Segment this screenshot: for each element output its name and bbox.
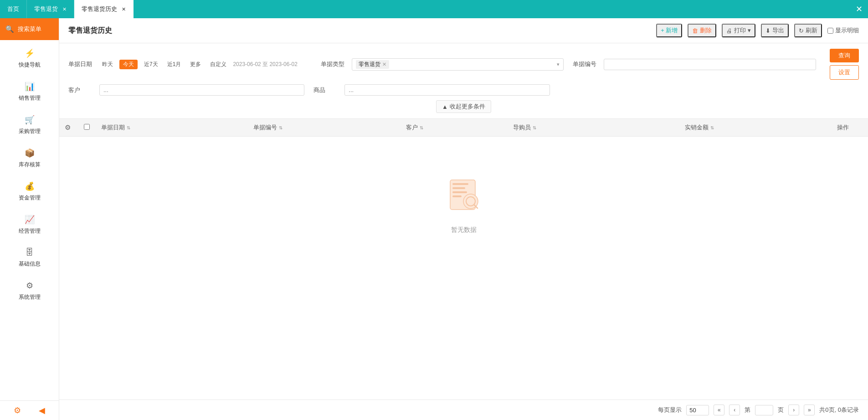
delete-button[interactable]: 🗑 删除 [688,24,716,37]
sidebar-item-quick-nav[interactable]: ⚡ 快捷导航 [0,42,59,75]
page-suffix: 页 [778,406,784,414]
show-detail-input[interactable] [827,28,833,34]
page-label: 第 [745,406,750,414]
th-checkbox [77,119,96,137]
tab-retail-return-history[interactable]: 零售退货历史 ✕ [74,0,134,18]
sidebar-item-sales-label: 销售管理 [19,94,41,102]
sidebar-item-inventory[interactable]: 📦 库存核算 [0,142,59,175]
search-icon: 🔍 [5,25,14,33]
sidebar-item-sales[interactable]: 📊 销售管理 [0,75,59,108]
page-header: 零售退货历史 + 新增 🗑 删除 🖨 打印 ▾ ⬇ 导出 ↻ 刷新 [59,18,868,43]
tab-retail-return-close[interactable]: ✕ [62,6,67,12]
print-label: 打印 ▾ [734,26,751,35]
new-button[interactable]: + 新增 [656,24,682,37]
show-detail-checkbox[interactable]: 显示明细 [827,26,859,35]
sidebar-item-operations[interactable]: 📈 经营管理 [0,208,59,241]
operations-icon: 📈 [25,215,35,225]
date-btn-custom[interactable]: 自定义 [207,60,229,69]
sidebar-item-finance[interactable]: 💰 资金管理 [0,175,59,208]
goods-filter-input[interactable] [344,84,550,96]
th-customer-sort[interactable]: 客户 ⇅ [406,123,503,132]
page-number-input[interactable]: 1 [755,405,773,415]
sidebar: 🔍 搜索菜单 ⚡ 快捷导航 📊 销售管理 🛒 采购管理 📦 库存核算 💰 [0,18,59,420]
page-actions: + 新增 🗑 删除 🖨 打印 ▾ ⬇ 导出 ↻ 刷新 [656,24,859,37]
th-amount-sort[interactable]: 实销金额 ⇅ [685,123,826,132]
page-first-button[interactable]: « [714,405,724,415]
voucher-filter-input[interactable] [604,59,816,70]
delete-label: 删除 [700,26,712,35]
per-page-select[interactable]: 10 20 50 100 [686,405,709,415]
pagination-bar: 每页显示 10 20 50 100 « ‹ 第 1 页 › » 共0页, 0条记… [59,400,868,420]
customer-filter-input[interactable] [99,84,304,96]
th-amount-sort-icon: ⇅ [710,125,714,130]
delete-icon: 🗑 [692,27,698,34]
th-customer: 客户 ⇅ [401,119,508,137]
collapse-sidebar-icon[interactable]: ◀ [39,405,45,415]
settings-bottom-icon[interactable]: ⚙ [14,405,21,415]
th-guide-label: 导购员 [513,123,531,132]
basic-info-icon: 🗄 [26,248,34,257]
refresh-button[interactable]: ↻ 刷新 [794,24,822,37]
date-btn-yesterday[interactable]: 昨天 [99,60,116,69]
sidebar-item-purchase-label: 采购管理 [19,128,41,135]
date-btn-today[interactable]: 今天 [119,60,138,69]
page-next-button[interactable]: › [788,405,799,415]
page-prev-button[interactable]: ‹ [729,405,740,415]
th-guide-sort[interactable]: 导购员 ⇅ [513,123,632,132]
date-btn-7days[interactable]: 近7天 [141,60,161,69]
th-voucher-no: 单据编号 ⇅ [248,119,400,137]
print-button[interactable]: 🖨 打印 ▾ [722,24,755,37]
tab-retail-return-history-close[interactable]: ✕ [122,6,126,12]
inventory-icon: 📦 [25,148,35,158]
quick-nav-icon: ⚡ [25,48,35,58]
page-last-button[interactable]: » [804,405,815,415]
th-date-sort[interactable]: 单据日期 ⇅ [101,123,242,132]
empty-state-text: 暂无数据 [451,226,477,234]
export-button[interactable]: ⬇ 导出 [761,24,789,37]
date-btn-1month[interactable]: 近1月 [164,60,184,69]
th-date-sort-icon: ⇅ [127,125,130,130]
table-area: ⚙ 单据日期 ⇅ 单据编号 [59,119,868,400]
type-filter-label: 单据类型 [321,60,348,68]
type-filter-tag-close[interactable]: ✕ [382,61,386,67]
sidebar-item-basic-info[interactable]: 🗄 基础信息 [0,241,59,274]
date-btn-more[interactable]: 更多 [187,60,204,69]
svg-rect-4 [452,195,462,197]
table-select-all-checkbox[interactable] [84,124,90,130]
th-voucher-sort[interactable]: 单据编号 ⇅ [253,123,395,132]
svg-rect-2 [452,187,465,189]
collapse-filter-button[interactable]: ▲ 收起更多条件 [436,100,491,113]
tab-home[interactable]: 首页 [0,0,27,18]
refresh-icon: ↻ [799,27,804,34]
th-action: 操作 [832,119,868,137]
page-title: 零售退货历史 [68,26,112,36]
sidebar-item-inventory-label: 库存核算 [19,161,41,169]
date-filter-options: 昨天 今天 近7天 近1月 更多 自定义 [99,60,229,69]
sidebar-item-system-label: 系统管理 [19,293,41,301]
tab-retail-return[interactable]: 零售退货 ✕ [27,0,74,18]
table-settings-icon[interactable]: ⚙ [65,123,71,131]
data-table: ⚙ 单据日期 ⇅ 单据编号 [59,119,868,137]
goods-filter-item: 商品 [313,84,550,96]
type-filter-arrow-icon: ▾ [557,61,560,67]
tab-list: 首页 零售退货 ✕ 零售退货历史 ✕ [0,0,850,18]
finance-icon: 💰 [25,181,35,191]
date-filter-label: 单据日期 [68,60,96,68]
sidebar-bottom: ⚙ ◀ [0,400,59,420]
refresh-label: 刷新 [806,26,817,35]
sidebar-nav: ⚡ 快捷导航 📊 销售管理 🛒 采购管理 📦 库存核算 💰 资金管理 📈 [0,40,59,400]
sidebar-item-finance-label: 资金管理 [19,194,41,202]
query-button[interactable]: 查询 [830,49,859,62]
sidebar-item-quick-nav-label: 快捷导航 [19,61,41,69]
sidebar-item-system[interactable]: ⚙ 系统管理 [0,274,59,307]
tab-retail-return-label: 零售退货 [34,5,58,13]
th-guide-sort-icon: ⇅ [533,125,536,130]
voucher-filter-label: 单据编号 [573,60,600,68]
set-button[interactable]: 设置 [830,65,859,80]
filter-row-2: 客户 商品 [68,84,859,96]
sidebar-search[interactable]: 🔍 搜索菜单 [0,18,59,40]
show-detail-label: 显示明细 [835,26,859,35]
sidebar-item-purchase[interactable]: 🛒 采购管理 [0,108,59,142]
type-filter-select[interactable]: 零售退货 ✕ ▾ [352,58,564,71]
window-close-button[interactable]: ✕ [850,0,868,18]
